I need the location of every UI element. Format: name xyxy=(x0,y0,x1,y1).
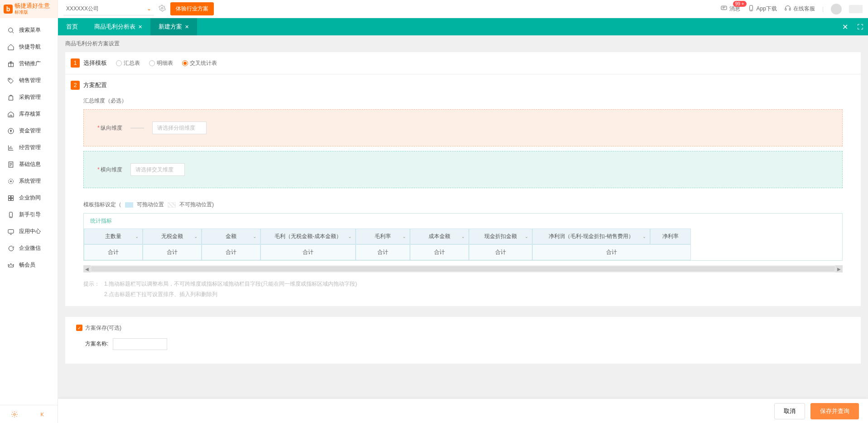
indicator-col-1[interactable]: 无税金额⌄ xyxy=(143,229,202,244)
group-dimension-title: 汇总维度（必选） xyxy=(65,93,861,109)
indicator-col-6[interactable]: 现金折扣金额⌄ xyxy=(469,229,532,244)
sidebar-item-14[interactable]: 畅会员 xyxy=(0,257,58,273)
indicator-sum-0: 合计 xyxy=(84,244,143,260)
sidebar-item-7[interactable]: 经营管理 xyxy=(0,139,58,156)
indicator-sum-1: 合计 xyxy=(143,244,202,260)
sidebar-item-label: 系统管理 xyxy=(19,177,41,185)
sidebar-item-label: 应用中心 xyxy=(19,228,41,235)
vertical-dimension-box: *纵向维度 请选择分组维度 xyxy=(83,109,843,146)
sidebar-item-label: 快捷导航 xyxy=(19,43,41,51)
tab-1[interactable]: 商品毛利分析表✕ xyxy=(86,18,150,35)
sidebar-item-6[interactable]: 资金管理 xyxy=(0,122,58,139)
indicator-col-4[interactable]: 毛利率⌄ xyxy=(356,229,410,244)
svg-point-2 xyxy=(9,79,10,80)
app-download-link[interactable]: App下载 xyxy=(747,5,777,13)
online-service-link[interactable]: 在线客服 xyxy=(784,5,815,13)
sidebar: b 畅捷通好生意 标准版 搜索菜单快捷导航营销推广销售管理采购管理库存核算资金管… xyxy=(0,0,58,423)
footer-bar: 取消 保存并查询 xyxy=(58,399,868,423)
horizontal-dimension-select[interactable]: 请选择交叉维度 xyxy=(130,163,185,176)
chevron-down-icon[interactable]: ⌄ xyxy=(348,234,352,239)
sidebar-item-12[interactable]: 应用中心 xyxy=(0,223,58,240)
tab-0[interactable]: 首页 xyxy=(58,18,86,35)
sidebar-item-label: 经营管理 xyxy=(19,144,41,151)
indicator-col-2[interactable]: 金额⌄ xyxy=(202,229,260,244)
tabs-bar: 首页商品毛利分析表✕新建方案✕ ✕ xyxy=(58,18,868,35)
indicator-sum-5: 合计 xyxy=(410,244,469,260)
gift-icon xyxy=(7,60,14,68)
tab-close-icon[interactable]: ✕ xyxy=(138,24,142,30)
svg-rect-10 xyxy=(11,198,14,200)
avatar[interactable] xyxy=(831,4,842,15)
try-industry-button[interactable]: 体验行业方案 xyxy=(170,2,214,15)
sidebar-item-0[interactable]: 搜索菜单 xyxy=(0,22,58,39)
indicator-col-3[interactable]: 毛利（无税金额-成本金额）⌄ xyxy=(260,229,356,244)
search-icon xyxy=(7,27,14,34)
sidebar-item-label: 畅会员 xyxy=(19,261,35,269)
horizontal-scrollbar[interactable]: ◀ ▶ xyxy=(83,265,843,272)
chevron-down-icon[interactable]: ⌄ xyxy=(461,234,465,239)
sidebar-item-label: 企业微信 xyxy=(19,244,41,252)
gear-icon[interactable] xyxy=(159,5,166,13)
chevron-down-icon[interactable]: ⌄ xyxy=(402,234,406,239)
chevron-down-icon[interactable]: ⌄ xyxy=(253,234,256,239)
tab-2[interactable]: 新建方案✕ xyxy=(150,18,197,35)
template-radio-1[interactable]: 明细表 xyxy=(149,59,173,67)
indicator-sum-4: 合计 xyxy=(356,244,410,260)
indicator-col-0[interactable]: 主数量⌄ xyxy=(84,229,143,244)
sidebar-item-13[interactable]: 企业微信 xyxy=(0,240,58,257)
message-badge: 99 + xyxy=(733,1,747,7)
template-radio-0[interactable]: 汇总表 xyxy=(116,59,140,67)
scroll-right-icon[interactable]: ▶ xyxy=(835,265,843,272)
chevron-down-icon[interactable]: ⌄ xyxy=(525,234,528,239)
sidebar-item-1[interactable]: 快捷导航 xyxy=(0,39,58,55)
sidebar-item-11[interactable]: 新手引导 xyxy=(0,206,58,223)
radio-icon xyxy=(149,60,155,66)
user-menu[interactable] xyxy=(849,5,863,13)
fullscreen-icon[interactable] xyxy=(853,23,868,30)
message-icon xyxy=(720,5,728,13)
cancel-button[interactable]: 取消 xyxy=(774,403,805,419)
horizontal-dimension-label: *横向维度 xyxy=(97,166,122,174)
logo-icon: b xyxy=(4,5,13,14)
svg-rect-7 xyxy=(9,195,11,198)
indicator-col-8[interactable]: 净利率 xyxy=(650,229,691,244)
vertical-dimension-select[interactable]: 请选择分组维度 xyxy=(152,122,207,134)
save-scheme-checkbox[interactable]: ✓ xyxy=(76,325,82,331)
template-radio-2[interactable]: 交叉统计表 xyxy=(182,59,217,67)
scroll-left-icon[interactable]: ◀ xyxy=(83,265,91,272)
save-query-button[interactable]: 保存并查询 xyxy=(810,403,859,419)
mobile-icon xyxy=(7,211,14,219)
tab-close-icon[interactable]: ✕ xyxy=(185,24,189,30)
indicator-col-7[interactable]: 净利润（毛利-现金折扣-销售费用）⌄ xyxy=(532,229,650,244)
close-all-icon[interactable]: ✕ xyxy=(837,23,853,31)
radio-icon xyxy=(116,60,122,66)
messages-link[interactable]: 消息 99 + xyxy=(720,5,740,13)
chevron-down-icon[interactable]: ⌄ xyxy=(642,234,646,239)
sidebar-item-9[interactable]: 系统管理 xyxy=(0,173,58,190)
legend-nondraggable-icon xyxy=(168,202,176,208)
sidebar-item-label: 搜索菜单 xyxy=(19,26,41,34)
sidebar-item-5[interactable]: 库存核算 xyxy=(0,106,58,122)
top-header: XXXXXX公司 ⌄ 体验行业方案 消息 99 + App下载 在线客服 xyxy=(58,0,868,18)
svg-rect-8 xyxy=(11,195,14,198)
scheme-name-input[interactable] xyxy=(113,338,167,350)
sidebar-item-3[interactable]: 销售管理 xyxy=(0,72,58,89)
horizontal-dimension-box: *横向维度 请选择交叉维度 xyxy=(83,151,843,188)
radio-icon xyxy=(182,60,188,66)
sidebar-item-2[interactable]: 营销推广 xyxy=(0,55,58,72)
svg-point-5 xyxy=(9,179,14,184)
svg-rect-12 xyxy=(8,229,14,233)
sidebar-item-label: 企业协同 xyxy=(19,194,41,202)
svg-point-17 xyxy=(751,10,751,10)
step-1-num: 1 xyxy=(71,58,80,68)
company-select[interactable]: XXXXXX公司 ⌄ xyxy=(63,3,154,15)
collapse-icon[interactable] xyxy=(29,405,58,423)
sidebar-item-10[interactable]: 企业协同 xyxy=(0,190,58,206)
settings-icon[interactable] xyxy=(0,405,29,423)
chevron-down-icon[interactable]: ⌄ xyxy=(194,234,198,239)
chevron-down-icon[interactable]: ⌄ xyxy=(135,234,139,239)
sidebar-item-8[interactable]: 基础信息 xyxy=(0,156,58,173)
sidebar-item-4[interactable]: 采购管理 xyxy=(0,89,58,106)
sidebar-item-label: 资金管理 xyxy=(19,127,41,135)
indicator-col-5[interactable]: 成本金额⌄ xyxy=(410,229,469,244)
